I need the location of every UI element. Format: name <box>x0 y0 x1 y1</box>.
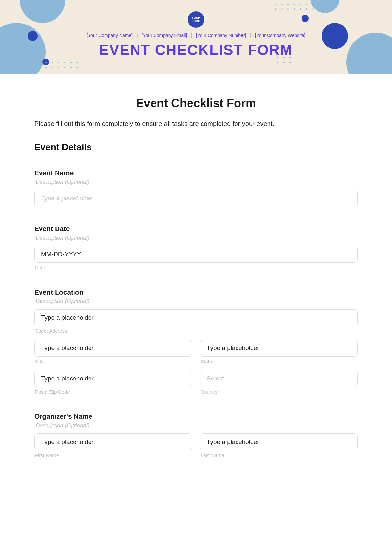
field-event-date: Event Date Description (Optional) MM-DD-… <box>34 225 358 270</box>
decor-dots <box>275 8 314 10</box>
field-sublabel: Date <box>35 265 358 270</box>
first-name-input[interactable]: Type a placeholder <box>34 433 192 450</box>
field-organizer-name: Organizer's Name Description (Optional) … <box>34 413 358 458</box>
field-label: Event Date <box>34 225 358 233</box>
field-sublabel: Last Name <box>201 452 358 458</box>
field-description: Description (Optional) <box>36 422 358 429</box>
field-description: Description (Optional) <box>36 235 358 241</box>
field-sublabel: City <box>35 359 192 364</box>
event-name-input[interactable]: Type a placeholder <box>34 190 358 207</box>
field-label: Event Location <box>34 288 358 296</box>
event-date-input[interactable]: MM-DD-YYYY <box>34 246 358 263</box>
banner-title: EVENT CHECKLIST FORM <box>0 42 392 58</box>
separator: | <box>191 33 192 38</box>
field-event-location: Event Location Description (Optional) Ty… <box>34 288 358 395</box>
field-sublabel: Country <box>201 389 358 395</box>
street-address-input[interactable]: Type a placeholder <box>34 309 358 326</box>
field-event-name: Event Name Description (Optional) Type a… <box>34 169 358 207</box>
company-website: [Your Company Website] <box>255 33 305 38</box>
company-name: [Your Company Name] <box>87 33 133 38</box>
decor-circle <box>20 0 65 23</box>
field-sublabel: Street Address <box>35 328 358 334</box>
postal-input[interactable]: Type a placeholder <box>34 370 192 387</box>
field-description: Description (Optional) <box>36 179 358 185</box>
field-sublabel: First Name <box>35 452 192 458</box>
separator: | <box>250 33 251 38</box>
field-label: Organizer's Name <box>34 413 358 420</box>
form-content: Event Checklist Form Please fill out thi… <box>0 74 392 489</box>
form-intro: Please fill out this form completely to … <box>34 120 358 127</box>
company-number: [Your Company Number] <box>196 33 246 38</box>
banner-header: YOUR LOGO [Your Company Name] | [Your Co… <box>0 0 392 74</box>
country-select[interactable]: Select... <box>200 370 358 387</box>
company-meta: [Your Company Name] | [Your Company Emai… <box>0 33 392 38</box>
decor-dots <box>277 62 291 63</box>
decor-dots <box>39 67 78 68</box>
logo-placeholder: YOUR LOGO <box>188 11 204 28</box>
section-heading: Event Details <box>34 142 358 153</box>
form-title: Event Checklist Form <box>34 96 358 110</box>
decor-circle <box>310 0 340 13</box>
decor-dots <box>39 62 78 63</box>
decor-circle <box>302 15 309 22</box>
city-input[interactable]: Type a placeholder <box>34 340 192 357</box>
field-sublabel: Postal/Zip Code <box>35 389 192 395</box>
field-sublabel: State <box>201 359 358 364</box>
separator: | <box>137 33 138 38</box>
company-email: [Your Company Email] <box>142 33 187 38</box>
state-input[interactable]: Type a placeholder <box>200 340 358 357</box>
field-label: Event Name <box>34 169 358 177</box>
last-name-input[interactable]: Type a placeholder <box>200 433 358 450</box>
decor-dots <box>275 4 314 5</box>
field-description: Description (Optional) <box>36 298 358 305</box>
